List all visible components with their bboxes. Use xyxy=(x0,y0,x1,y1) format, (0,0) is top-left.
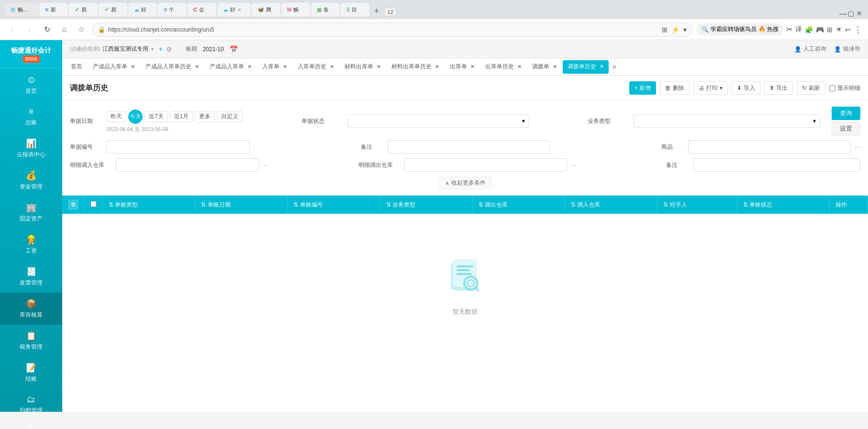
settings-btn[interactable]: 设置 xyxy=(832,122,860,135)
tab-material-outbound[interactable]: 材料出库单 ✕ xyxy=(340,60,386,74)
tab-material-outbound-history-close[interactable]: ✕ xyxy=(435,64,439,70)
tab-inbound-history-close[interactable]: ✕ xyxy=(330,64,334,70)
date-more-btn[interactable]: 更多 xyxy=(195,111,215,122)
new-btn[interactable]: + 新增 xyxy=(629,81,656,95)
out-warehouse-more-btn[interactable]: ··· xyxy=(571,161,577,169)
sidebar-item-payroll[interactable]: 👷 工资 xyxy=(0,229,62,261)
address-bar[interactable]: 🔒 https://cloud.chanjet.com/accounting/u… xyxy=(92,22,693,37)
add-company-btn[interactable]: + xyxy=(158,45,163,54)
status-select[interactable]: ▾ xyxy=(347,114,529,128)
browser-tab-6[interactable]: ≡个 xyxy=(158,3,187,16)
sidebar-item-ledger[interactable]: ≡ 总账 xyxy=(0,101,62,132)
user-avatar[interactable]: 👤徐泽华 xyxy=(834,45,860,53)
window-close[interactable]: ✕ xyxy=(857,10,863,16)
calendar-icon[interactable]: 📅 xyxy=(230,45,238,53)
show-full-checkbox[interactable] xyxy=(829,85,835,91)
tab-transfer-history[interactable]: 调拨单历史 ✕ xyxy=(563,60,609,74)
goods-input[interactable] xyxy=(688,140,851,154)
tab-product-inbound-close[interactable]: ✕ xyxy=(131,64,135,70)
query-btn[interactable]: 查询 xyxy=(832,107,860,120)
browser-tab-8[interactable]: ☁好✕ xyxy=(217,3,251,16)
tab-outbound-close[interactable]: ✕ xyxy=(470,64,475,70)
tab-product-inbound-2[interactable]: 产成品入库单 ✕ xyxy=(205,60,256,74)
back-button[interactable]: ‹ xyxy=(6,23,19,36)
in-warehouse-input[interactable] xyxy=(116,158,259,172)
service-btn[interactable]: 👤人工咨询 xyxy=(794,45,826,53)
tab-inbound-history-label: 入库单历史 xyxy=(298,63,326,71)
period-value: 2021-10 xyxy=(203,46,224,53)
print-btn[interactable]: 🖨 打印 ▾ xyxy=(693,81,728,95)
browser-tab-7[interactable]: C企 xyxy=(188,3,216,16)
tab-outbound[interactable]: 出库单 ✕ xyxy=(445,60,479,74)
search-box[interactable]: 🔍 学霸应聘场驱鸟员 🔥 热搜 xyxy=(697,23,783,35)
export-btn[interactable]: ⬆ 导出 xyxy=(764,81,793,95)
select-all-checkbox[interactable] xyxy=(90,201,97,207)
sidebar-item-archive[interactable]: 🗂 归档管理 xyxy=(0,389,62,420)
empty-state: 暂无数据 xyxy=(62,214,868,354)
sidebar-item-fixed-assets[interactable]: 🏢 固定资产 xyxy=(0,197,62,229)
tab-inbound-history[interactable]: 入库单历史 ✕ xyxy=(293,60,339,74)
tab-home[interactable]: 首页 xyxy=(66,60,87,74)
forward-button[interactable]: › xyxy=(23,23,36,36)
tab-transfer-history-close[interactable]: ✕ xyxy=(600,64,604,70)
tab-product-inbound-history[interactable]: 产成品入库单历史 ✕ xyxy=(141,60,204,74)
address-dropdown[interactable]: ▾ xyxy=(683,26,687,33)
sidebar-item-invoices[interactable]: 🧾 发票管理 xyxy=(0,261,62,293)
header-date: ⇅ 单账日期 xyxy=(195,196,288,214)
tab-material-outbound-history[interactable]: 材料出库单历史 ✕ xyxy=(387,60,444,74)
remark-input[interactable] xyxy=(388,140,550,154)
out-warehouse-input[interactable] xyxy=(404,158,567,172)
date-1month-btn[interactable]: 近1月 xyxy=(170,111,193,122)
in-warehouse-more-btn[interactable]: ··· xyxy=(263,161,269,169)
sidebar-item-tax[interactable]: 📋 税务管理 xyxy=(0,325,62,357)
tab-material-outbound-close[interactable]: ✕ xyxy=(377,64,381,70)
date-today-btn[interactable]: 今天 xyxy=(128,110,143,124)
sidebar-item-settings[interactable]: ⚙ 基础设置 xyxy=(0,420,62,429)
company-selector[interactable]: (勿删勿禁用) 江西服宝测试专用 ▾ + ⚙ xyxy=(70,45,172,54)
sidebar-item-closing[interactable]: 📝 结账 xyxy=(0,357,62,389)
browser-tab-4[interactable]: ✓易 xyxy=(99,3,127,16)
browser-tab[interactable]: 在畅... xyxy=(5,3,38,16)
biz-type-select[interactable]: ▾ xyxy=(634,114,820,128)
delete-btn[interactable]: 🗑 删除 xyxy=(660,81,690,95)
bookmark-button[interactable]: ☆ xyxy=(75,23,88,36)
date-yesterday-btn[interactable]: 昨天 xyxy=(106,111,126,122)
tab-inbound-close[interactable]: ✕ xyxy=(283,64,287,70)
browser-tab-12[interactable]: S目 xyxy=(341,3,369,16)
home-button[interactable]: ⌂ xyxy=(57,23,71,36)
tab-product-inbound[interactable]: 产成品入库单 ✕ xyxy=(88,60,140,74)
tab-outbound-history[interactable]: 出库单历史 ✕ xyxy=(480,60,526,74)
browser-tab-3[interactable]: ✓易 xyxy=(69,3,98,16)
window-minimize[interactable]: — xyxy=(839,10,846,16)
sidebar-item-finance[interactable]: 💰 资金管理 xyxy=(0,165,62,197)
collapse-btn[interactable]: ∧ 收起更多条件 xyxy=(439,176,492,189)
menu-icon[interactable]: ⋮ xyxy=(854,24,862,35)
close-all-btn[interactable]: ✕ xyxy=(612,63,617,71)
browser-tab-11[interactable]: ▦各 xyxy=(311,3,340,16)
tab-transfer-close[interactable]: ✕ xyxy=(553,64,557,70)
tab-inbound[interactable]: 入库单 ✕ xyxy=(257,60,292,74)
detail-remark-input[interactable] xyxy=(693,158,860,172)
sidebar-item-reports[interactable]: 📊 云报表中心 xyxy=(0,132,62,165)
refresh-btn[interactable]: ↻ 刷新 xyxy=(797,81,825,95)
tab-product-inbound-history-close[interactable]: ✕ xyxy=(195,64,199,70)
company-settings-icon[interactable]: ⚙ xyxy=(166,45,172,53)
browser-tab-2[interactable]: ≡新 xyxy=(39,3,68,16)
new-tab-btn[interactable]: + xyxy=(370,6,383,16)
browser-tab-5[interactable]: ☁好 xyxy=(128,3,157,16)
browser-tab-10[interactable]: M畅 xyxy=(281,3,310,16)
date-custom-btn[interactable]: 自定义 xyxy=(217,111,243,122)
refresh-button[interactable]: ↻ xyxy=(40,23,54,36)
tab-transfer[interactable]: 调拨单 ✕ xyxy=(527,60,562,74)
doc-num-input[interactable] xyxy=(106,140,250,154)
browser-tab-9[interactable]: 🦋腾 xyxy=(252,3,280,16)
goods-more-btn[interactable]: ··· xyxy=(855,143,860,151)
window-maximize[interactable]: ▢ xyxy=(848,10,855,16)
table-gear-btn[interactable]: ⚙ xyxy=(68,199,78,210)
sidebar-item-inventory[interactable]: 📦 库存核算 xyxy=(0,293,62,325)
tab-outbound-history-close[interactable]: ✕ xyxy=(517,64,522,70)
tab-product-inbound-2-close[interactable]: ✕ xyxy=(247,64,252,70)
import-btn[interactable]: ⬇ 导入 xyxy=(732,81,760,95)
date-7days-btn[interactable]: 近7天 xyxy=(145,111,168,122)
sidebar-item-home[interactable]: ⊙ 首页 xyxy=(0,69,62,101)
